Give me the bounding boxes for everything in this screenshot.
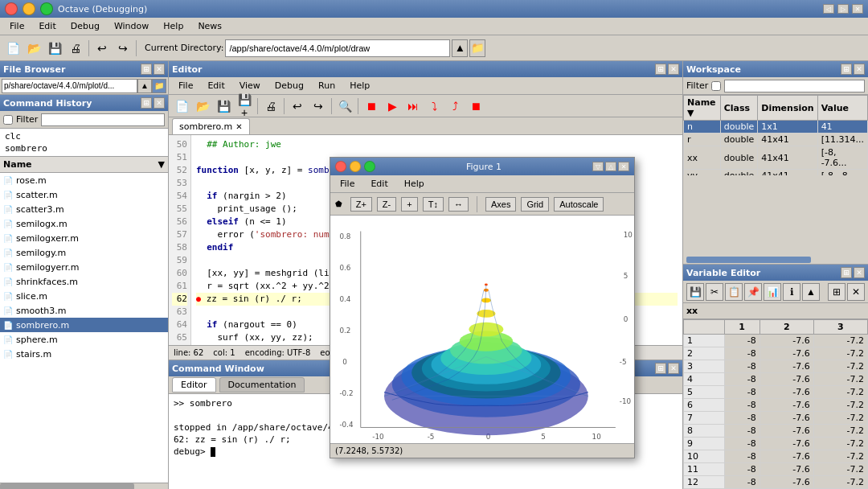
editor-new-btn[interactable]: 📄 [172, 97, 191, 116]
ve-expand-btn[interactable]: ⊞ [828, 283, 845, 301]
open-file-btn[interactable]: 📂 [24, 39, 43, 58]
ve-col-3[interactable]: 3 [813, 320, 867, 335]
minimize-button[interactable] [23, 2, 35, 15]
ch-undock-btn[interactable]: ⊞ [141, 97, 152, 109]
fig-win-btn3[interactable]: ✕ [618, 162, 629, 171]
ws-undock-btn[interactable]: ⊞ [841, 64, 852, 75]
ve-close-btn2[interactable]: ✕ [847, 283, 865, 301]
editor-undo-btn[interactable]: ↩ [288, 97, 307, 116]
ve-row[interactable]: 4-8-7.6-7.2 [684, 373, 868, 386]
ve-row[interactable]: 7-8-7.6-7.2 [684, 412, 868, 425]
win-btn-close[interactable]: ✕ [852, 4, 863, 14]
ve-cell-2[interactable]: -7.6 [760, 476, 813, 489]
ws-row-xx[interactable]: xx double 41x41 [-8, -7.6... [684, 146, 868, 170]
debug-continue-btn[interactable]: ▶ [383, 97, 402, 116]
ve-cell-3[interactable]: -7.2 [813, 335, 867, 347]
ve-cell-2[interactable]: -7.6 [760, 386, 813, 399]
ve-cell-1[interactable]: -8 [724, 360, 760, 373]
ve-col-row[interactable] [684, 320, 725, 335]
editor-menu-debug[interactable]: Debug [268, 79, 310, 92]
editor-save-as-btn[interactable]: 💾+ [235, 97, 254, 116]
ws-row-r[interactable]: r double 41x41 [11.314... [684, 134, 868, 146]
ve-cell-3[interactable]: -7.2 [813, 373, 867, 386]
editor-open-btn[interactable]: 📂 [193, 97, 212, 116]
ve-cell-3[interactable]: -7.2 [813, 412, 867, 425]
cmd-tab-docs[interactable]: Documentation [219, 377, 305, 392]
file-item-shrinkfaces[interactable]: 📄shrinkfaces.m [0, 274, 168, 289]
fig-win-btn2[interactable]: △ [605, 162, 616, 171]
ve-save-btn[interactable]: 💾 [686, 283, 704, 301]
ve-cut-btn[interactable]: ✂ [706, 283, 723, 301]
cmd-close-btn[interactable]: ✕ [668, 363, 679, 374]
debug-abort-btn[interactable]: ⏹ [466, 97, 485, 116]
ve-cell-3[interactable]: -7.2 [813, 425, 867, 438]
file-list[interactable]: 📄rose.m 📄scatter.m 📄scatter3.m 📄semilogx… [0, 173, 168, 483]
fig-menu-file[interactable]: File [334, 177, 361, 191]
ve-cell-1[interactable]: -8 [724, 450, 760, 463]
file-item-semilogy[interactable]: 📄semilogy.m [0, 245, 168, 260]
file-item-scatter[interactable]: 📄scatter.m [0, 187, 168, 202]
ws-col-name[interactable]: Name ▼ [684, 96, 721, 121]
debug-stop-btn[interactable]: ⏹ [362, 97, 381, 116]
ve-col-2[interactable]: 2 [760, 320, 813, 335]
ve-cell-1[interactable]: -8 [724, 463, 760, 476]
ve-up-btn[interactable]: ▲ [802, 283, 820, 301]
menu-file[interactable]: File [3, 19, 31, 33]
fb-undock-btn[interactable]: ⊞ [141, 64, 152, 75]
ve-cell-1[interactable]: -8 [724, 373, 760, 386]
editor-redo-btn[interactable]: ↪ [309, 97, 328, 116]
ws-row-yy[interactable]: yy double 41x41 [-8, -8,... [684, 170, 868, 176]
win-btn-left[interactable]: ◁ [823, 4, 834, 14]
ve-row[interactable]: 3-8-7.6-7.2 [684, 360, 868, 373]
ve-copy-btn[interactable]: 📋 [725, 283, 743, 301]
ve-cell-2[interactable]: -7.6 [760, 463, 813, 476]
editor-menu-file[interactable]: File [172, 79, 199, 92]
editor-close-btn[interactable]: ✕ [668, 64, 679, 75]
ve-cell-1[interactable]: -8 [724, 399, 760, 412]
ve-cell-3[interactable]: -7.2 [813, 463, 867, 476]
ve-cell-1[interactable]: -8 [724, 425, 760, 438]
fig-autoscale-btn[interactable]: Autoscale [554, 197, 604, 212]
ve-cell-2[interactable]: -7.6 [760, 335, 813, 347]
ve-cell-3[interactable]: -7.2 [813, 360, 867, 373]
ws-close-btn[interactable]: ✕ [854, 64, 865, 75]
ve-cell-2[interactable]: -7.6 [760, 450, 813, 463]
editor-menu-edit[interactable]: Edit [201, 79, 231, 92]
fb-scrollbar[interactable] [0, 483, 168, 489]
ve-cell-3[interactable]: -7.2 [813, 450, 867, 463]
path-folder-btn[interactable]: 📁 [152, 79, 166, 93]
ws-row-n[interactable]: n double 1x1 41 [684, 121, 868, 134]
ve-cell-2[interactable]: -7.6 [760, 399, 813, 412]
ch-item-sombrero[interactable]: sombrero [5, 142, 163, 154]
ve-cell-2[interactable]: -7.6 [760, 412, 813, 425]
path-input[interactable] [2, 79, 137, 93]
ve-cell-2[interactable]: -7.6 [760, 347, 813, 360]
editor-menu-view[interactable]: View [233, 79, 267, 92]
ch-filter-input[interactable] [41, 113, 165, 126]
editor-menu-run[interactable]: Run [312, 79, 342, 92]
current-dir-input[interactable] [225, 39, 450, 57]
fb-close-btn[interactable]: ✕ [154, 64, 165, 75]
ws-col-value[interactable]: Value [817, 96, 867, 121]
file-item-sombrero[interactable]: 📄sombrero.m [0, 318, 168, 332]
menu-help[interactable]: Help [157, 19, 190, 33]
ve-row[interactable]: 2-8-7.6-7.2 [684, 347, 868, 360]
file-item-semilogyerr[interactable]: 📄semilogyerr.m [0, 260, 168, 274]
ve-row[interactable]: 5-8-7.6-7.2 [684, 386, 868, 399]
file-item-semilogx[interactable]: 📄semilogx.m [0, 216, 168, 231]
ve-undock-btn[interactable]: ⊞ [841, 267, 852, 278]
ve-row[interactable]: 12-8-7.6-7.2 [684, 476, 868, 489]
menu-edit[interactable]: Edit [32, 19, 62, 33]
fig-zoom-in-btn[interactable]: Z+ [350, 197, 372, 212]
debug-step-out-btn[interactable]: ⤴ [445, 97, 465, 116]
redo-btn[interactable]: ↪ [113, 39, 133, 58]
dir-browse-btn[interactable]: 📁 [469, 39, 485, 57]
ch-close-btn[interactable]: ✕ [154, 97, 165, 109]
path-up-btn[interactable]: ▲ [137, 79, 152, 93]
ve-cell-3[interactable]: -7.2 [813, 399, 867, 412]
ve-info-btn[interactable]: ℹ [783, 283, 800, 301]
fig-rotate-v-btn[interactable]: ↔ [448, 197, 469, 212]
ws-filter-input[interactable] [724, 80, 865, 92]
file-item-sphere[interactable]: 📄sphere.m [0, 332, 168, 347]
ch-item-clc[interactable]: clc [5, 130, 163, 142]
